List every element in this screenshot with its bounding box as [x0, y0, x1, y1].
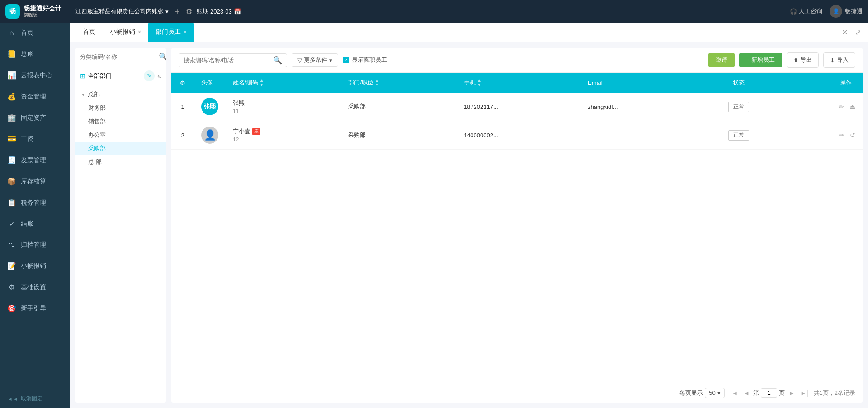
col-actions: 操作: [783, 73, 863, 93]
dept-item-office[interactable]: 办公室: [75, 128, 166, 142]
dept-item-general[interactable]: 总 部: [75, 155, 166, 169]
filter-button[interactable]: ▽ 更多条件 ▾: [292, 53, 338, 67]
sidebar-item-assets[interactable]: 🏢 固定资产: [0, 107, 70, 128]
page-size-dropdown[interactable]: 50 ▾: [705, 388, 724, 398]
page-label: 第: [753, 389, 759, 397]
invite-button[interactable]: 邀请: [708, 53, 735, 67]
col-phone[interactable]: 手机 ▲▼: [457, 73, 580, 93]
settings-icon[interactable]: ⚙: [186, 7, 192, 16]
page-first-button[interactable]: |◄: [728, 389, 740, 398]
import-button[interactable]: ⬇ 导入: [823, 52, 855, 68]
user-menu[interactable]: 👤 畅捷通: [830, 5, 863, 18]
sidebar-item-salary[interactable]: 💳 工资: [0, 128, 70, 150]
col-status: 状态: [693, 73, 783, 93]
show-resigned-toggle[interactable]: ✓ 显示离职员工: [343, 56, 387, 64]
dropdown-icon: ▾: [165, 8, 169, 15]
period-display: 账期 2023-03 📅: [197, 7, 241, 15]
dept-item-purchase[interactable]: 采购部: [75, 142, 166, 155]
sort-dept-icon: ▲▼: [375, 78, 379, 87]
close-window-button[interactable]: ✕: [840, 26, 849, 38]
sidebar: ⌂ 首页 📒 总账 📊 云报表中心 💰 资金管理 🏢 固定资产 💳 工资 🧾 发…: [0, 23, 70, 408]
pagination: 每页显示 50 ▾ |◄ ◄ 第 页 ► ►|: [171, 383, 863, 403]
add-company-button[interactable]: ＋: [173, 6, 181, 17]
dept-search-input[interactable]: [80, 53, 156, 60]
sidebar-item-checkout[interactable]: ✓ 结账: [0, 213, 70, 234]
show-resigned-checkbox: ✓: [343, 57, 349, 63]
table-row: 1 张熙 张熙 11: [171, 93, 863, 121]
invoice-icon: 🧾: [7, 156, 16, 164]
close-tab-employees[interactable]: ×: [184, 29, 187, 35]
dept-item-finance[interactable]: 财务部: [75, 101, 166, 115]
row-index-2: 2: [171, 121, 194, 150]
expense-icon: 📝: [7, 262, 16, 270]
all-dept-label: ⊞ 全部部门: [80, 72, 112, 80]
grid-icon: ⊞: [80, 72, 85, 80]
sidebar-item-inventory[interactable]: 📦 库存核算: [0, 171, 70, 192]
support-button[interactable]: 🎧 人工咨询: [790, 7, 822, 15]
row-email-1: zhangxidf...: [580, 93, 693, 121]
col-dept[interactable]: 部门/职位 ▲▼: [341, 73, 456, 93]
topbar-center: 江西服宝精品有限责任公司内账张 ▾ ＋ ⚙ 账期 2023-03 📅: [75, 6, 790, 17]
sidebar-item-ledger[interactable]: 📒 总账: [0, 43, 70, 65]
emp-search-box: 🔍: [179, 53, 287, 67]
page-total: 共1页，2条记录: [814, 389, 855, 397]
col-name[interactable]: 姓名/编码 ▲▼: [226, 73, 341, 93]
page-prev-button[interactable]: ◄: [741, 389, 751, 398]
logout-button-1[interactable]: ⏏: [849, 103, 855, 110]
sidebar-item-tax[interactable]: 📋 税务管理: [0, 192, 70, 213]
logo-text: 畅捷通好会计: [24, 5, 61, 12]
row-index-1: 1: [171, 93, 194, 121]
tab-expense[interactable]: 小畅报销 ×: [103, 23, 148, 42]
page-number-input[interactable]: [761, 388, 777, 398]
tab-home[interactable]: 首页: [75, 23, 103, 42]
unpin-button[interactable]: ◄◄ 取消固定: [0, 389, 70, 408]
row-actions-1: ✏ ⏏: [783, 93, 863, 121]
emp-search-input[interactable]: [184, 57, 270, 64]
sidebar-item-guide[interactable]: 🎯 新手引导: [0, 298, 70, 319]
archive-icon: 🗂: [7, 241, 16, 249]
avatar: 👤: [830, 5, 842, 18]
add-employee-button[interactable]: + 新增员工: [739, 53, 782, 67]
export-button[interactable]: ⬆ 导出: [787, 52, 819, 68]
sidebar-item-invoice[interactable]: 🧾 发票管理: [0, 150, 70, 171]
tab-employees[interactable]: 部门员工 ×: [148, 23, 194, 42]
delete-button-2[interactable]: ↺: [850, 131, 855, 139]
import-icon: ⬇: [830, 57, 835, 64]
collapse-panel-button[interactable]: «: [157, 72, 161, 80]
sidebar-item-settings[interactable]: ⚙ 基础设置: [0, 277, 70, 298]
calendar-icon[interactable]: 📅: [234, 8, 241, 15]
sidebar-item-funds[interactable]: 💰 资金管理: [0, 86, 70, 107]
company-name[interactable]: 江西服宝精品有限责任公司内账张 ▾: [75, 7, 169, 15]
row-status-2: 正常: [693, 121, 783, 150]
emp-toolbar: 🔍 ▽ 更多条件 ▾ ✓ 显示离职员工 邀请 + 新增员工: [171, 48, 863, 73]
content-area: 首页 小畅报销 × 部门员工 × ✕ ⤢ 🔍: [70, 23, 868, 408]
page-nav: |◄ ◄ 第 页 ► ►|: [728, 388, 810, 398]
page-next-button[interactable]: ►: [787, 389, 797, 398]
sidebar-item-reports[interactable]: 📊 云报表中心: [0, 65, 70, 86]
headset-icon: 🎧: [790, 8, 797, 15]
dept-group-header[interactable]: ▼ 总部: [75, 88, 166, 101]
page-last-button[interactable]: ►|: [798, 389, 810, 398]
dept-header: ⊞ 全部部门 ✎ «: [75, 66, 166, 86]
home-icon: ⌂: [7, 29, 16, 37]
dept-item-sales[interactable]: 销售部: [75, 115, 166, 128]
logo-sub: 旗舰版: [24, 12, 61, 18]
edit-button-1[interactable]: ✏: [839, 103, 844, 110]
add-dept-button[interactable]: ✎: [144, 70, 155, 81]
sidebar-item-archive[interactable]: 🗂 归档管理: [0, 234, 70, 255]
guide-icon: 🎯: [7, 304, 16, 313]
export-icon: ⬆: [793, 57, 798, 64]
maximize-button[interactable]: ⤢: [853, 26, 863, 38]
main-layout: ⌂ 首页 📒 总账 📊 云报表中心 💰 资金管理 🏢 固定资产 💳 工资 🧾 发…: [0, 23, 868, 408]
close-tab-expense[interactable]: ×: [138, 29, 141, 35]
edit-button-2[interactable]: ✏: [839, 131, 844, 139]
inventory-icon: 📦: [7, 177, 16, 186]
expand-arrow-icon: ▼: [81, 92, 85, 97]
avatar-gray: 👤: [201, 127, 218, 144]
row-phone-2: 140000002...: [457, 121, 580, 150]
sidebar-item-home[interactable]: ⌂ 首页: [0, 23, 70, 43]
row-status-1: 正常: [693, 93, 783, 121]
sidebar-item-expense[interactable]: 📝 小畅报销: [0, 255, 70, 277]
col-settings[interactable]: ⚙: [171, 73, 194, 93]
sort-phone-icon: ▲▼: [477, 78, 481, 87]
